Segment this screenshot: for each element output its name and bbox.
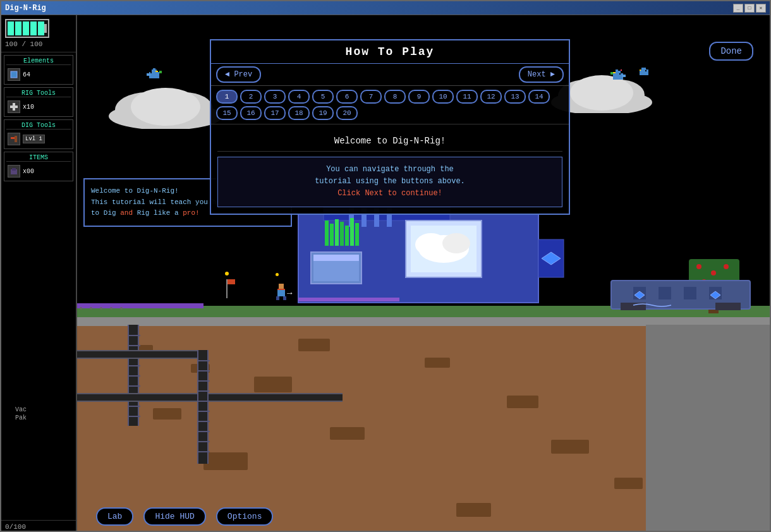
svg-rect-18 — [613, 72, 616, 73]
page-11-button[interactable]: 11 — [456, 90, 478, 104]
bird-right-2 — [636, 64, 651, 83]
page-19-button[interactable]: 19 — [312, 106, 334, 120]
page-4-button[interactable]: 4 — [288, 90, 310, 104]
svg-rect-47 — [355, 223, 359, 246]
battery-seg-4 — [30, 21, 37, 35]
elements-item: 64 — [6, 67, 71, 82]
road — [646, 325, 771, 532]
ladder-2 — [197, 350, 209, 464]
items-label: ITEMS — [6, 154, 71, 162]
tutorial-text-box: You can navigate through the tutorial us… — [217, 157, 562, 207]
tutorial-overlay: How To Play ◄ Prev Next ► 1 2 3 4 5 6 7 … — [210, 39, 570, 215]
window: Dig-N-Rig _ □ ✕ — [0, 0, 771, 532]
page-5-button[interactable]: 5 — [312, 90, 334, 104]
done-button[interactable]: Done — [709, 42, 753, 61]
tutorial-welcome: Welcome to Dig-N-Rig! — [217, 131, 562, 152]
elements-count: 64 — [23, 71, 30, 78]
bird-left — [147, 66, 164, 87]
platform-h-1 — [77, 350, 203, 359]
page-2-button[interactable]: 2 — [240, 90, 262, 104]
page-3-button[interactable]: 3 — [264, 90, 286, 104]
svg-rect-50 — [298, 298, 399, 301]
page-1-button[interactable]: 1 — [216, 90, 238, 104]
svg-rect-44 — [340, 222, 344, 246]
rig-tools-count: x10 — [23, 104, 34, 111]
hide-hud-button[interactable]: Hide HUD — [143, 507, 205, 526]
bottom-counter: 0/100 — [1, 520, 76, 532]
svg-rect-21 — [619, 73, 621, 75]
svg-rect-26 — [645, 70, 647, 71]
dirt-spot — [254, 377, 292, 392]
page-13-button[interactable]: 13 — [504, 90, 526, 104]
page-18-button[interactable]: 18 — [288, 106, 310, 120]
items-count: x00 — [23, 168, 34, 175]
tutorial-content: Welcome to Dig-N-Rig! You can navigate t… — [211, 124, 569, 214]
svg-rect-60 — [279, 284, 284, 289]
rivet-strip-1 — [77, 306, 292, 311]
svg-rect-25 — [640, 70, 641, 71]
left-hud-area: 100 / 100 Elements 64 RIG Tools — [1, 15, 77, 532]
dirt-spot — [456, 503, 491, 517]
page-20-button[interactable]: 20 — [336, 106, 358, 120]
indicator-dot — [225, 272, 229, 275]
page-12-button[interactable]: 12 — [480, 90, 502, 104]
svg-marker-53 — [659, 287, 671, 299]
page-10-button[interactable]: 10 — [432, 90, 454, 104]
rig-tools-icon — [8, 100, 20, 113]
platform-h-2 — [77, 393, 343, 402]
page-9-button[interactable]: 9 — [408, 90, 430, 104]
dig-tools-icon — [8, 133, 20, 145]
battery-seg-1 — [8, 21, 14, 35]
dirt-spot — [330, 427, 365, 440]
page-17-button[interactable]: 17 — [264, 106, 286, 120]
page-8-button[interactable]: 8 — [384, 90, 406, 104]
game-area: → — [1, 15, 771, 532]
health-bar — [5, 19, 49, 38]
svg-marker-54 — [684, 287, 696, 299]
maximize-button[interactable]: □ — [744, 4, 755, 13]
options-button[interactable]: Options — [216, 507, 274, 526]
battery-seg-2 — [15, 21, 21, 35]
indicator-dot-2 — [276, 273, 279, 276]
vac-pak-label: Vac Pak — [15, 406, 27, 422]
dirt-spot — [203, 452, 248, 470]
tutorial-title-bar: How To Play — [211, 40, 569, 64]
svg-rect-14 — [150, 72, 152, 73]
svg-rect-12 — [147, 73, 150, 76]
tutorial-title: How To Play — [346, 45, 435, 58]
svg-rect-24 — [641, 68, 646, 71]
svg-rect-11 — [155, 71, 158, 72]
svg-rect-46 — [350, 218, 354, 246]
next-button[interactable]: Next ► — [519, 66, 564, 83]
prev-button[interactable]: ◄ Prev — [216, 66, 261, 83]
svg-point-3 — [131, 88, 200, 126]
tutorial-body: You can navigate through the tutorial us… — [224, 164, 555, 200]
title-bar: Dig-N-Rig _ □ ✕ — [1, 1, 770, 15]
svg-rect-63 — [276, 296, 279, 300]
items-icon — [8, 165, 20, 178]
page-14-button[interactable]: 14 — [528, 90, 550, 104]
lab-button[interactable]: Lab — [96, 507, 133, 526]
svg-rect-45 — [345, 226, 349, 246]
svg-rect-65 — [11, 71, 17, 78]
page-15-button[interactable]: 15 — [216, 106, 238, 120]
page-6-button[interactable]: 6 — [336, 90, 358, 104]
close-button[interactable]: ✕ — [756, 4, 766, 13]
rig-tools-panel: RIG Tools x10 — [4, 87, 73, 117]
elements-icon — [8, 68, 20, 81]
svg-rect-69 — [15, 136, 17, 142]
health-text: 100 / 100 — [5, 40, 72, 48]
page-7-button[interactable]: 7 — [360, 90, 382, 104]
svg-point-36 — [415, 233, 447, 256]
svg-point-37 — [442, 233, 470, 253]
dirt-spot — [551, 440, 589, 454]
battery-seg-3 — [23, 21, 29, 35]
svg-rect-67 — [13, 103, 15, 111]
minimize-button[interactable]: _ — [733, 4, 743, 13]
page-16-button[interactable]: 16 — [240, 106, 262, 120]
svg-rect-42 — [330, 224, 334, 246]
svg-rect-17 — [616, 70, 618, 72]
dirt-spot — [614, 478, 643, 489]
items-panel: ITEMS x00 — [4, 152, 73, 181]
rig-tools-label: RIG Tools — [6, 90, 71, 97]
